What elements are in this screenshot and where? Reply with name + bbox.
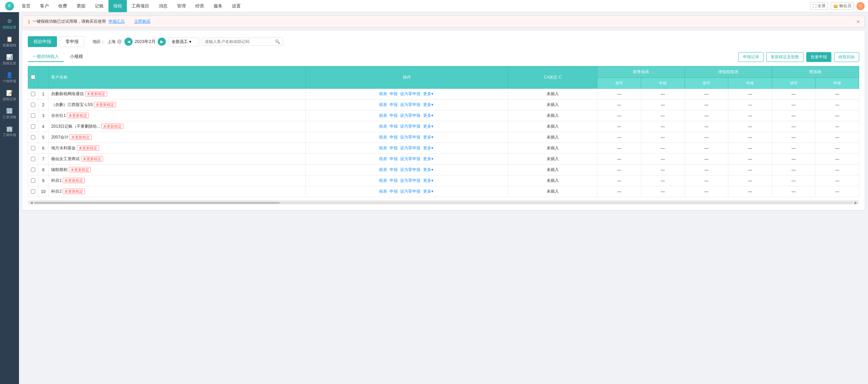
op-zero-6[interactable]: 设为零申报: [400, 146, 420, 150]
search-input[interactable]: [205, 39, 274, 44]
scroll-track[interactable]: [34, 202, 853, 204]
sidebar-item-calc-clear[interactable]: 🔢 汇算清缴: [1, 105, 18, 122]
row-check-6[interactable]: [31, 146, 35, 150]
row-check-10[interactable]: [31, 189, 35, 194]
date-next-button[interactable]: ▶: [158, 38, 166, 46]
sidebar-item-tax-overview[interactable]: 📊 报税总览: [1, 51, 18, 68]
op-taxform-9[interactable]: 税表: [379, 178, 387, 183]
op-report-10[interactable]: 申报: [390, 189, 398, 194]
op-taxform-2[interactable]: 税表: [379, 102, 387, 107]
op-zero-9[interactable]: 设为零申报: [400, 178, 420, 183]
op-more-2[interactable]: 更多▾: [423, 102, 433, 107]
op-report-8[interactable]: 申报: [390, 167, 398, 172]
recall-button[interactable]: 收取回执: [834, 52, 859, 62]
row-check-2[interactable]: [31, 103, 35, 107]
op-zero-10[interactable]: 设为零申报: [400, 189, 420, 194]
op-taxform-4[interactable]: 税表: [379, 124, 387, 129]
nav-accounting[interactable]: 记账: [90, 0, 108, 12]
op-report-3[interactable]: 申报: [390, 113, 398, 118]
nav-manage[interactable]: 管理: [172, 0, 191, 12]
op-zero-5[interactable]: 设为零申报: [400, 135, 420, 140]
op-more-8[interactable]: 更多▾: [423, 167, 433, 172]
region-info-icon[interactable]: i: [117, 39, 122, 44]
op-report-2[interactable]: 申报: [390, 102, 398, 107]
op-report-6[interactable]: 申报: [390, 146, 398, 150]
sidebar-item-tax-settings[interactable]: ⚙ 报税设置: [1, 15, 18, 32]
nav-invoice[interactable]: 票据: [72, 0, 90, 12]
sidebar-item-personal-tax[interactable]: 👤 个税申报: [1, 69, 18, 86]
table-row: 2 （勿删）江西股宝-LSS 未更新税定 税表 申报 设为零申报 更多▾ 未插入…: [28, 100, 859, 110]
op-taxform-1[interactable]: 税表: [379, 91, 387, 96]
row-check-8[interactable]: [31, 168, 35, 172]
op-more-6[interactable]: 更多▾: [423, 146, 433, 150]
op-more-5[interactable]: 更多▾: [423, 135, 433, 140]
nav-customer[interactable]: 客户: [35, 0, 54, 12]
op-zero-4[interactable]: 设为零申报: [400, 124, 420, 129]
avatar[interactable]: U: [856, 2, 865, 10]
op-report-4[interactable]: 申报: [390, 124, 398, 129]
update-button[interactable]: 更新税定及取数: [766, 52, 804, 62]
op-zero-1[interactable]: 设为零申报: [400, 91, 420, 96]
sub-tab-general[interactable]: 一般的纳税人: [28, 52, 64, 62]
op-more-4[interactable]: 更多▾: [423, 124, 433, 129]
op-taxform-3[interactable]: 税表: [379, 113, 387, 118]
nav-message[interactable]: 消息: [154, 0, 172, 12]
op-report-9[interactable]: 申报: [390, 178, 398, 183]
tab-zero-declaration[interactable]: 零申报: [60, 36, 84, 47]
nav-settings[interactable]: 设置: [227, 0, 245, 12]
row-f2-2: —: [641, 100, 685, 110]
sub-tab-small[interactable]: 小规模: [65, 52, 88, 62]
row-tag-8: 未更新税定: [69, 167, 91, 172]
search-icon[interactable]: 🔍: [275, 39, 280, 44]
op-taxform-7[interactable]: 税表: [379, 156, 387, 161]
record-button[interactable]: 申报记录: [738, 52, 764, 62]
op-more-9[interactable]: 更多▾: [423, 178, 433, 183]
row-check-3[interactable]: [31, 113, 35, 118]
date-prev-button[interactable]: ◀: [124, 38, 133, 46]
scroll-right-arrow[interactable]: ▶: [853, 200, 859, 205]
nav-billing[interactable]: 收费: [54, 0, 72, 12]
logo[interactable]: C: [3, 0, 16, 12]
row-v1-5: —: [685, 132, 728, 143]
op-report-5[interactable]: 申报: [390, 135, 398, 140]
sidebar-item-batch-tax[interactable]: 📋 批量报税: [1, 33, 18, 50]
row-check-9[interactable]: [31, 178, 35, 183]
row-index-3: 3: [38, 110, 48, 121]
banner-close-button[interactable]: ✕: [856, 19, 860, 24]
op-more-7[interactable]: 更多▾: [423, 156, 433, 161]
nav-tax[interactable]: 报税: [108, 0, 127, 12]
nav-service[interactable]: 服务: [209, 0, 227, 12]
row-tag-1: 未更新税定: [85, 91, 107, 97]
row-check-1[interactable]: [31, 92, 35, 96]
row-check-5[interactable]: [31, 135, 35, 140]
op-more-3[interactable]: 更多▾: [423, 113, 433, 118]
op-report-1[interactable]: 申报: [390, 91, 398, 96]
op-zero-3[interactable]: 设为零申报: [400, 113, 420, 118]
scroll-left-arrow[interactable]: ◀: [28, 200, 34, 205]
op-zero-2[interactable]: 设为零申报: [400, 102, 420, 107]
op-taxform-8[interactable]: 税表: [379, 167, 387, 172]
op-zero-7[interactable]: 设为零申报: [400, 156, 420, 161]
nav-operations[interactable]: 经营: [191, 0, 209, 12]
nav-home[interactable]: 首页: [17, 0, 35, 12]
batch-report-button[interactable]: 批量申报: [806, 52, 831, 62]
select-all-checkbox[interactable]: [31, 75, 35, 79]
tab-tax-declaration[interactable]: 税款申报: [28, 36, 57, 47]
op-more-1[interactable]: 更多▾: [423, 91, 433, 96]
op-more-10[interactable]: 更多▾: [423, 189, 433, 194]
banner-link-buy[interactable]: 立即购买: [134, 19, 151, 24]
banner-link-summary[interactable]: 申报汇总: [108, 19, 125, 24]
fullscreen-button[interactable]: ⛶ 全屏: [810, 2, 828, 10]
sidebar-item-tax-records[interactable]: 📝 报税记录: [1, 87, 18, 104]
op-zero-8[interactable]: 设为零申报: [400, 167, 420, 172]
op-report-7[interactable]: 申报: [390, 156, 398, 161]
row-check-7[interactable]: [31, 157, 35, 161]
dept-select[interactable]: 全部员工 ▾: [169, 37, 199, 46]
op-taxform-10[interactable]: 税表: [379, 189, 387, 194]
nav-biz-project[interactable]: 工商项目: [127, 0, 154, 12]
row-check-4[interactable]: [31, 124, 35, 129]
sidebar-item-biz-annual[interactable]: 🏢 工商年报: [1, 123, 18, 140]
op-taxform-6[interactable]: 税表: [379, 146, 387, 150]
op-taxform-5[interactable]: 税表: [379, 135, 387, 140]
vip-button[interactable]: 👑 畅会员: [831, 2, 854, 10]
